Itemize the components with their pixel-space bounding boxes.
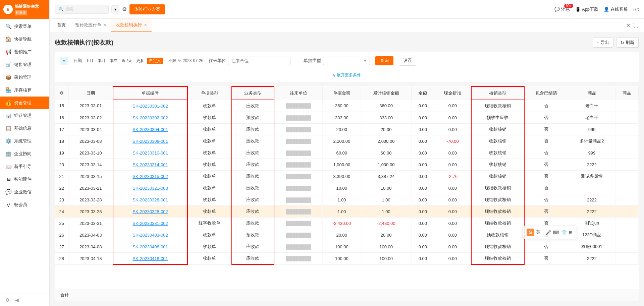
td-num: 23	[55, 194, 68, 206]
topbar-dropdown-btn[interactable]: ▾	[111, 5, 119, 13]
td-product: 测试多属性	[568, 171, 615, 182]
td-amount: 100.00	[323, 241, 361, 253]
topbar-service-btn[interactable]: 👤 在线客服	[604, 6, 628, 12]
sidebar-item-member[interactable]: V畅会员	[0, 198, 49, 211]
td-code[interactable]: SK-20230314-001	[113, 159, 187, 171]
td-amount: 3,390.00	[323, 171, 361, 182]
sidebar-item-purchase[interactable]: 📦采购管理	[0, 71, 49, 84]
td-code[interactable]: SK-20230403-002	[113, 229, 187, 241]
query-btn[interactable]: 查询	[375, 56, 393, 65]
receipt-type-select[interactable]	[323, 57, 370, 65]
sidebar-item-ops[interactable]: 📊经营管理	[0, 109, 49, 122]
td-num: 22	[55, 182, 68, 194]
td-product2	[615, 218, 638, 229]
topbar-user[interactable]: Rit	[633, 7, 639, 12]
td-receipt-type: 收款单	[187, 182, 232, 194]
sidebar-label-search: 搜索菜单	[14, 23, 32, 29]
td-written-off: 333.00	[361, 112, 412, 124]
td-partner: ████████	[274, 218, 323, 229]
sidebar-item-system[interactable]: ⚙️系统管理	[0, 135, 49, 147]
topbar-settings-icon[interactable]: ⚙	[122, 6, 127, 12]
td-num: 17	[55, 124, 68, 135]
table-row: 152023-03-01SK-20230301-002收款单应收款███████…	[55, 100, 639, 112]
tab-receipts[interactable]: 收款核销执行 ✕	[111, 19, 152, 32]
date-btn-this-year[interactable]: 本年	[108, 57, 119, 64]
td-code[interactable]: SK-20230301-002	[113, 100, 187, 112]
td-biz-type: 应收款	[232, 147, 274, 159]
td-biz-type: 预收款	[232, 112, 274, 124]
td-written-off: 360.00	[361, 100, 412, 112]
td-date: 2023-03-01	[68, 100, 113, 112]
filter-toggle-btn[interactable]: »	[60, 57, 68, 65]
td-product: 999	[568, 124, 615, 135]
search-menu-icon: 🔍	[5, 23, 11, 29]
sidebar-item-marketing[interactable]: 📢营销推广	[0, 46, 49, 58]
main-table: ⚙ 日期 单据编号 单据类型 业务类型 往来单位 单据金额 累计核销金额 余额 …	[55, 86, 639, 265]
td-receipt-type: 收款单	[187, 159, 232, 171]
td-code[interactable]: SK-20230302-002	[113, 112, 187, 124]
td-receipt-type: 收款单	[187, 112, 232, 124]
tab-home[interactable]: 首页	[52, 19, 70, 32]
tab-restore-btn[interactable]: ⛶	[633, 22, 639, 28]
app-label: App下载	[582, 6, 598, 12]
td-verify-type: 预收款核销	[471, 229, 524, 241]
td-code[interactable]: SK-20230304-001	[113, 124, 187, 135]
sidebar-item-inventory[interactable]: 🏪库存核算	[0, 84, 49, 97]
tab-prepay[interactable]: 预付款应付单 ✕	[70, 19, 111, 32]
td-code[interactable]: SK-20230331-002	[113, 218, 187, 229]
table-wrapper[interactable]: ⚙ 日期 单据编号 单据类型 业务类型 往来单位 单据金额 累计核销金额 余额 …	[55, 86, 639, 289]
refresh-btn[interactable]: ↻ 刷新	[616, 38, 639, 48]
sidebar-item-sales[interactable]: 🛒销售管理	[0, 58, 49, 71]
page-actions: ↑ 导出 ↻ 刷新	[593, 38, 639, 48]
sidebar-item-finance[interactable]: 💰资金管理	[0, 97, 49, 109]
td-date: 2023-04-18	[68, 253, 113, 265]
td-written-off: 100.00	[361, 241, 412, 253]
tab-prepay-close-icon[interactable]: ✕	[103, 23, 106, 27]
td-discount: -2.76	[434, 171, 471, 182]
topbar-msg-btn[interactable]: 💬 消息 99+	[554, 6, 570, 12]
sidebar-item-hardware[interactable]: 🖥智能硬件	[0, 173, 49, 186]
td-code[interactable]: SK-20230328-002	[113, 206, 187, 218]
sidebar-item-search[interactable]: 🔍搜索菜单	[0, 20, 49, 33]
sidebar-item-guide[interactable]: 📖新手引导	[0, 160, 49, 173]
partner-filter-input[interactable]	[228, 57, 290, 65]
td-written-off: 10.00	[361, 182, 412, 194]
logo-icon: 6	[3, 5, 13, 14]
th-code: 单据编号	[113, 86, 187, 100]
tab-close-all-btn[interactable]: ✕	[626, 22, 631, 28]
topbar-app-btn[interactable]: 📱 App下载	[575, 6, 598, 12]
td-code[interactable]: SK-20230321-003	[113, 182, 187, 194]
settings-col-icon[interactable]: ⚙	[60, 90, 64, 96]
wechat-icon: 💬	[5, 189, 11, 195]
sidebar-item-basic[interactable]: 📋基础信息	[0, 122, 49, 135]
industry-solution-btn[interactable]: 体验行业方案	[129, 4, 165, 14]
basic-icon: 📋	[5, 125, 11, 131]
td-code[interactable]: SK-20230418-001	[113, 253, 187, 265]
sidebar-item-wechat[interactable]: 💬企业微信	[0, 186, 49, 198]
quicknav-icon: 🏠	[5, 36, 11, 42]
date-btn-7days[interactable]: 近7天	[120, 57, 133, 64]
td-product2	[615, 229, 638, 241]
sidebar-item-quicknav[interactable]: 🏠快捷导航	[0, 33, 49, 46]
td-partner: ████████	[274, 147, 323, 159]
td-biz-type: 应收款	[232, 206, 274, 218]
settings-btn[interactable]: 设置	[399, 56, 416, 66]
table-footer: 合计	[55, 289, 639, 301]
date-btn-last-month[interactable]: 上月	[84, 57, 95, 64]
td-discount: 0.00	[434, 194, 471, 206]
td-code[interactable]: SK-20230315-002	[113, 171, 187, 182]
filter-expand-btn[interactable]: ∨ 展开更多条件	[333, 72, 361, 78]
td-code[interactable]: SK-20230308-001	[113, 135, 187, 147]
sidebar-settings-icon[interactable]: ⚙	[5, 297, 10, 303]
td-code[interactable]: SK-20230310-001	[113, 147, 187, 159]
export-btn[interactable]: ↑ 导出	[593, 38, 614, 48]
td-code[interactable]: SK-20230328-001	[113, 194, 187, 206]
td-code[interactable]: SK-20230408-001	[113, 241, 187, 253]
date-btn-more[interactable]: 更多	[135, 57, 146, 64]
tab-receipts-close-icon[interactable]: ✕	[144, 23, 147, 27]
date-btn-this-month[interactable]: 本月	[96, 57, 107, 64]
td-discount: 0.00	[434, 147, 471, 159]
table-row: 192023-03-10SK-20230310-001收款单应收款███████…	[55, 147, 639, 159]
sidebar-collapse-icon[interactable]: ◀	[15, 297, 19, 303]
sidebar-item-corp[interactable]: 🏢企业协同	[0, 147, 49, 160]
